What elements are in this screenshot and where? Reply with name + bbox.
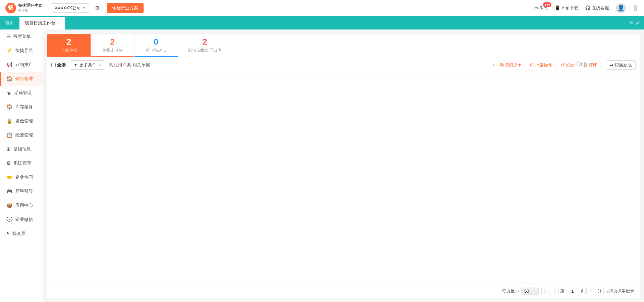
per-page-control: 每页显示 20 50 100 — [502, 288, 539, 295]
batch-button[interactable]: ⊞ 批量操作 — [530, 62, 552, 68]
found-num: 0 — [123, 62, 126, 67]
filter-label: 更多条件 — [79, 62, 97, 68]
sidebar-item-guide[interactable]: 🎮 新手引导 — [0, 184, 43, 198]
tab-home[interactable]: 首页 — [0, 16, 19, 29]
stat-tab-overdue[interactable]: 2 到期未收款 — [91, 34, 135, 57]
sidebar-item-finance[interactable]: 🔒 资金管理 — [0, 114, 43, 128]
plus-icon: + — [492, 62, 495, 67]
avatar[interactable]: 👤 — [616, 3, 626, 13]
switch-version-button[interactable]: ⇄ 切换新版 — [606, 60, 636, 70]
page-label: 第 — [560, 288, 565, 294]
batch-icon: ⊞ — [530, 62, 534, 67]
sidebar-label-wechat: 企业微信 — [15, 217, 33, 223]
logo-area: 畅 畅捷通好生意 标准版 — [5, 3, 48, 13]
sidebar-label-member: 畅会员 — [12, 231, 25, 237]
sidebar-item-wechat[interactable]: 💬 企业微信 — [0, 213, 43, 227]
sidebar-item-sales[interactable]: 🏠 销售管理 — [0, 72, 43, 86]
company-selector[interactable]: XXXXXX公司 ▼ — [51, 3, 89, 13]
purchase-icon: 🛍 — [6, 90, 11, 96]
search-menu-icon: ☰ — [6, 34, 11, 40]
user-name[interactable]: ▐▌ — [633, 5, 639, 10]
stat-num-all: 2 — [67, 37, 71, 47]
select-all-label: 全选 — [57, 62, 66, 68]
tab-qhrc[interactable]: 钱货日清工作台 × — [19, 16, 65, 29]
logo-text: 畅捷通好生意 — [18, 3, 42, 8]
select-all-input[interactable] — [51, 63, 56, 67]
page-next-btn[interactable]: ⟩ — [586, 287, 594, 295]
app-download-btn[interactable]: 📱 App下载 — [555, 5, 578, 11]
sidebar-item-app-center[interactable]: 📦 应用中心 — [0, 198, 43, 213]
found-prefix: 共找到 — [109, 62, 122, 67]
app-center-icon: 📦 — [6, 202, 13, 208]
stat-tab-wangwang[interactable]: 0 旺辅待确认 — [135, 34, 178, 57]
per-page-select[interactable]: 20 50 100 — [521, 288, 539, 295]
tab-actions: × ⤢ — [630, 20, 644, 26]
page-nav: ⟨⟨ ⟨ 第 页 ⟩ ⟩⟩ — [541, 287, 604, 295]
tab-maximize-icon[interactable]: ⤢ — [636, 20, 640, 26]
stat-underline-overdue — [91, 56, 134, 57]
sidebar-label-purchase: 采购管理 — [14, 90, 32, 96]
toolbar: 全选 ▼ 更多条件 ∨ 共找到 0 条 相关单据 + + 新增销货单 — [47, 57, 640, 73]
basic-icon: ⊞ — [6, 146, 11, 152]
stat-tab-all[interactable]: 2 全部单据 — [47, 34, 91, 57]
sidebar-label-marketing: 营销推广 — [15, 62, 33, 68]
page-prev-btn[interactable]: ⟨ — [551, 287, 559, 295]
select-all-checkbox[interactable]: 全选 — [51, 62, 66, 68]
company-name: XXXXXX公司 — [55, 5, 81, 11]
qhrc-tab-label: 钱货日清工作台 — [25, 20, 55, 26]
stat-label-overdue: 到期未收款 — [103, 48, 123, 53]
batch-label: 批量操作 — [535, 62, 552, 68]
pagination-bar: 每页显示 20 50 100 ⟨⟨ ⟨ 第 页 ⟩ ⟩⟩ 共0页,0条记录 — [47, 284, 640, 298]
sidebar-label-search-menu: 搜索菜单 — [13, 34, 31, 40]
main-layout: ☰ 搜索菜单 ⚡ 快捷导航 📢 营销推广 🏠 销售管理 🛍 采购管理 🏠 库存核… — [0, 29, 644, 302]
top-right: ✉ 消息 99+ 📱 App下载 🎧 在线客服 👤 ▐▌ — [534, 3, 639, 13]
sidebar-label-sales: 销售管理 — [15, 76, 33, 82]
home-tab-label: 首页 — [5, 20, 14, 26]
service-btn[interactable]: 🎧 在线客服 — [585, 5, 609, 11]
sidebar-item-quick-nav[interactable]: ⚡ 快捷导航 — [0, 44, 43, 58]
gear-icon: ⚙ — [95, 5, 100, 11]
refresh-icon: ↺ — [561, 62, 565, 67]
sidebar-item-system[interactable]: ⚙ 系统管理 — [0, 156, 43, 170]
gear-button[interactable]: ⚙ — [92, 3, 103, 13]
tab-minimize-icon[interactable]: × — [630, 20, 633, 26]
member-icon: V — [6, 231, 10, 236]
table-area — [47, 73, 640, 284]
page-first-btn[interactable]: ⟨⟨ — [541, 287, 549, 295]
tab-close-icon[interactable]: × — [57, 21, 59, 25]
page-input[interactable] — [566, 287, 579, 295]
sidebar-label-business: 经营管理 — [15, 132, 33, 138]
toolbar-right: + + 新增销货单 ⊞ 批量操作 ↺ 刷新 🖨 打印 — [492, 60, 636, 70]
sidebar-item-member[interactable]: V 畅会员 — [0, 227, 43, 241]
inventory-icon: 🏠 — [6, 104, 13, 110]
sidebar-item-search-menu[interactable]: ☰ 搜索菜单 — [0, 29, 43, 44]
sidebar-item-basic[interactable]: ⊞ 基础信息 — [0, 142, 43, 156]
service-label: 在线客服 — [592, 5, 609, 11]
stat-label-all: 全部单据 — [61, 48, 77, 53]
refresh-button[interactable]: ↺ 刷新 — [561, 62, 575, 68]
sidebar-item-cooperation[interactable]: 🤝 企业协同 — [0, 170, 43, 184]
total-text: 共0页,0条记录 — [606, 288, 634, 294]
add-order-button[interactable]: + + 新增销货单 — [492, 62, 522, 68]
page-last-btn[interactable]: ⟩⟩ — [596, 287, 604, 295]
add-order-label: + 新增销货单 — [496, 62, 522, 68]
sidebar-label-basic: 基础信息 — [13, 146, 31, 152]
stat-label-wangwang: 旺辅待确认 — [146, 48, 166, 53]
chevron-down-icon: ∨ — [98, 62, 101, 67]
stat-underline-wangwang — [135, 56, 178, 57]
sidebar-item-purchase[interactable]: 🛍 采购管理 — [0, 86, 43, 100]
filter-button[interactable]: ▼ 更多条件 ∨ — [70, 60, 105, 70]
guide-icon: 🎮 — [6, 188, 13, 194]
sidebar-item-inventory[interactable]: 🏠 库存核算 — [0, 100, 43, 114]
sidebar-label-cooperation: 企业协同 — [15, 174, 33, 180]
business-icon: 📋 — [6, 132, 13, 138]
divider-4 — [601, 62, 602, 68]
divider-1 — [526, 62, 526, 68]
sidebar-item-business[interactable]: 📋 经营管理 — [0, 128, 43, 142]
sidebar-item-marketing[interactable]: 📢 营销推广 — [0, 58, 43, 72]
stat-tab-overdue-out[interactable]: 2 到期未收款 已出库 — [178, 34, 231, 57]
print-label: 打印 — [589, 62, 597, 68]
trial-button[interactable]: 体验行业方案 — [107, 3, 144, 13]
message-btn[interactable]: ✉ 消息 99+ — [534, 5, 548, 11]
print-button[interactable]: 🖨 打印 — [583, 62, 597, 68]
